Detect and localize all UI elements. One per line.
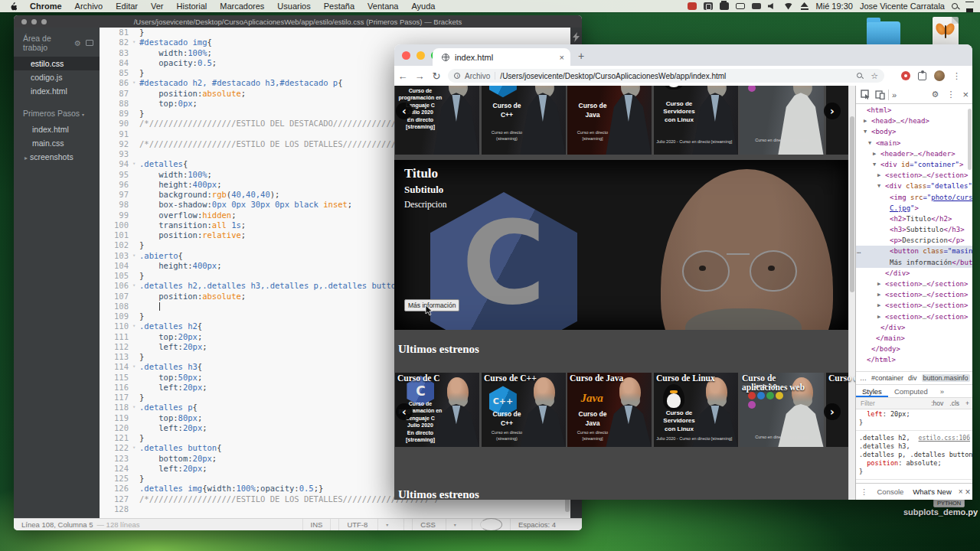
tab-styles[interactable]: Styles xyxy=(856,385,888,397)
code-line[interactable]: 81} xyxy=(100,28,570,37)
dom-node[interactable]: </body> xyxy=(856,344,972,354)
working-file-index.html[interactable]: index.html xyxy=(14,84,100,98)
record-icon[interactable] xyxy=(688,2,697,10)
dom-node[interactable]: <img src="photo/curso-de- xyxy=(856,192,972,203)
more-panel-tabs-icon[interactable]: » xyxy=(934,385,950,397)
dom-node[interactable]: <h3>Subtitulo</h3> xyxy=(856,224,972,235)
dom-node[interactable]: ▼<div class="detalles"> xyxy=(856,181,972,191)
menu-item-archivo[interactable]: Archivo xyxy=(75,2,103,11)
drawer-tab-console[interactable]: Console xyxy=(873,487,909,496)
workspace-gear-icon[interactable]: ⚙ xyxy=(74,39,81,47)
language-selector[interactable]: CSS▾ xyxy=(403,519,472,530)
devtools-menu-icon[interactable]: ⋮ xyxy=(942,90,959,99)
stylesheet-source-link[interactable]: estilo.css:106 xyxy=(919,434,972,442)
drawer-menu-icon[interactable]: ⋮ xyxy=(856,487,873,496)
project-file-index.html[interactable]: index.html xyxy=(14,122,100,136)
carousel-next-button[interactable]: › xyxy=(824,103,841,119)
page-scrollbar[interactable] xyxy=(848,86,855,500)
wifi-icon[interactable] xyxy=(784,3,793,10)
course-card[interactable]: C++Curso deC++Curso en directo(streaming… xyxy=(482,86,566,155)
lint-status-icon[interactable] xyxy=(472,519,510,530)
desktop-python-file-label[interactable]: subplots_demo.py xyxy=(903,507,977,517)
code-line[interactable]: 128 xyxy=(100,504,570,514)
course-card[interactable]: Curso deServidorescon LinuxJulio 2020 - … xyxy=(654,86,738,155)
inspect-element-icon[interactable] xyxy=(861,90,871,99)
dom-node[interactable]: ▼<body> xyxy=(856,126,972,137)
style-line[interactable]: left: 20px; xyxy=(856,410,972,419)
dom-node[interactable]: ▶<header>…</header> xyxy=(856,148,972,159)
minimize-window-button[interactable] xyxy=(416,51,425,60)
active-app-menu[interactable]: Chrome xyxy=(30,2,62,11)
carousel-prev-button[interactable]: ‹ xyxy=(396,103,413,119)
device-toolbar-icon[interactable] xyxy=(875,90,885,99)
latest-next-button[interactable]: › xyxy=(824,403,841,420)
menu-item-usuarios[interactable]: Usuarios xyxy=(277,2,310,11)
dom-node[interactable]: </div> xyxy=(856,322,972,333)
menu-item-editar[interactable]: Editar xyxy=(116,2,138,11)
menu-bar-user[interactable]: Jose Vicente Carratala xyxy=(860,2,945,11)
course-card[interactable]: web 2.0Curso en directo - streamingCurso… xyxy=(740,373,824,447)
chrome-menu-icon[interactable]: ⋮ xyxy=(952,71,961,81)
indent-setting[interactable]: Espacios: 4 xyxy=(510,519,564,530)
menu-item-marcadores[interactable]: Marcadores xyxy=(220,2,264,11)
dom-node[interactable]: ▶<section>…</section> xyxy=(856,300,972,311)
whats-new-close-icon[interactable]: × xyxy=(956,487,965,496)
breadcrumb-item[interactable]: div xyxy=(908,374,917,382)
dom-node[interactable]: ▶<section>…</section> xyxy=(856,170,972,181)
dom-node[interactable]: ▶<head>…</head> xyxy=(856,116,972,126)
back-button[interactable]: ← xyxy=(394,70,411,82)
dom-node[interactable]: …<button class="masinfo"> xyxy=(856,246,972,256)
split-view-icon[interactable] xyxy=(86,40,93,46)
course-card[interactable]: C++Curso deC++Curso en directo(streaming… xyxy=(482,373,566,447)
devtools-close-icon[interactable]: × xyxy=(959,89,972,100)
keyboard-icon[interactable] xyxy=(752,3,761,9)
dom-node[interactable]: ▶<section>…</section> xyxy=(856,289,972,300)
notification-center-icon[interactable] xyxy=(965,2,974,8)
dom-node[interactable]: </div> xyxy=(856,268,972,279)
dom-node[interactable]: ▼<main> xyxy=(856,138,972,148)
insert-mode-indicator[interactable]: INS xyxy=(302,519,331,530)
breadcrumb-item[interactable]: #container xyxy=(871,374,903,382)
close-window-button[interactable] xyxy=(402,51,410,60)
drawer-tab-whats-new[interactable]: What's New xyxy=(908,487,956,496)
working-file-codigo.js[interactable]: codigo.js xyxy=(14,70,100,84)
dom-node[interactable]: ▶<section>…</section> xyxy=(856,311,972,322)
latest-prev-button[interactable]: ‹ xyxy=(396,403,413,420)
cursor-position[interactable]: Línea 108, Columna 5 xyxy=(14,520,93,529)
course-card[interactable]: web 2.0Curso en directo - streaming xyxy=(740,86,824,155)
bookmark-star-icon[interactable]: ☆ xyxy=(871,71,878,81)
extension-icon[interactable] xyxy=(901,71,910,80)
bootcamp-icon[interactable] xyxy=(704,2,713,10)
dom-node[interactable]: <h2>Titulo</h2> xyxy=(856,214,972,224)
eject-icon[interactable] xyxy=(800,2,809,10)
dom-node[interactable]: <html> xyxy=(856,105,972,116)
style-line[interactable]: } xyxy=(856,468,972,476)
forward-button[interactable]: → xyxy=(411,70,428,82)
new-tab-button[interactable]: + xyxy=(578,50,584,62)
zoom-indicator-icon[interactable] xyxy=(857,73,863,79)
menu-item-ayuda[interactable]: Ayuda xyxy=(411,2,435,11)
breadcrumb-item[interactable]: button.masinfo xyxy=(922,374,970,382)
printer-icon[interactable] xyxy=(720,2,729,10)
style-line[interactable]: .detalles p, .detalles button { xyxy=(856,451,972,459)
style-line[interactable]: estilo.css:106.detalles h2, xyxy=(856,434,972,442)
dom-node[interactable]: Más información</button> xyxy=(856,257,972,268)
menu-item-ventana[interactable]: Ventana xyxy=(368,2,398,11)
menu-bar-clock[interactable]: Mié 19:30 xyxy=(816,2,853,11)
new-style-rule-button[interactable]: + xyxy=(962,399,972,407)
dom-node[interactable]: <p>Descripcion</p> xyxy=(856,235,972,246)
brackets-title-bar[interactable]: /Users/josevicente/Desktop/CursoAplicaci… xyxy=(14,15,582,28)
menu-item-pestaña[interactable]: Pestaña xyxy=(324,2,354,11)
dom-node[interactable]: ▶<section>…</section> xyxy=(856,279,972,289)
course-card[interactable]: CCurso deprogramación enLenguaje CJulio … xyxy=(395,86,479,155)
encoding-selector[interactable]: UTF-8▾ xyxy=(330,519,403,530)
menu-item-ver[interactable]: Ver xyxy=(151,2,164,11)
volume-icon[interactable] xyxy=(768,2,777,10)
style-line[interactable]: } xyxy=(856,419,972,427)
apple-menu-icon[interactable] xyxy=(9,2,17,11)
page-scrollbar-thumb[interactable] xyxy=(850,116,854,292)
site-info-icon[interactable] xyxy=(454,73,460,79)
working-file-estilo.css[interactable]: estilo.css xyxy=(14,57,100,70)
dom-node[interactable]: </html> xyxy=(856,354,972,365)
dom-node[interactable]: ▼<div id="container"> xyxy=(856,159,972,170)
